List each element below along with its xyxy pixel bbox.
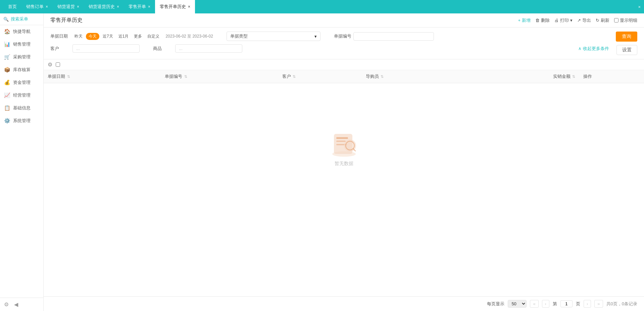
close-retail-open-history-tab[interactable]: ×: [188, 4, 190, 9]
sidebar-item-basic-info[interactable]: 📋 基础信息: [0, 102, 43, 114]
sort-num-icon: ⇅: [184, 74, 187, 79]
content-area: 零售开单历史 + 新增 🗑 删除 🖨 打印 ▾ ↗ 导出: [44, 13, 644, 311]
sidebar-item-sales[interactable]: 📊 销售管理: [0, 38, 43, 51]
date-btn-7days[interactable]: 近7天: [101, 33, 115, 40]
page-input[interactable]: [560, 300, 573, 307]
chevron-down-icon: ▾: [314, 34, 317, 39]
table-body: 暂无数据: [44, 83, 644, 211]
date-btn-1month[interactable]: 近1月: [116, 33, 131, 40]
refresh-icon: ↻: [596, 18, 599, 23]
display-detail-label[interactable]: 显示明细: [614, 17, 637, 23]
first-page-btn[interactable]: «: [530, 300, 538, 308]
table-footer: 每页显示 50 100 « ‹ 第 页 › » 共0页，0条记录: [44, 296, 644, 311]
page-label: 第: [553, 301, 557, 307]
main-layout: 🔍 搜索采单 🏠 快捷导航 📊 销售管理 🛒 采购管理 📦 库存核算 💰 资金管…: [0, 13, 644, 311]
collapse-sidebar-icon[interactable]: ◀: [14, 301, 18, 308]
close-window-btn[interactable]: ×: [638, 4, 641, 9]
tab-sales-order[interactable]: 销售订单 ×: [21, 0, 53, 13]
col-amount[interactable]: 实销金额 ⇅: [462, 70, 579, 83]
per-page-label: 每页显示: [487, 301, 504, 307]
tab-home[interactable]: 首页: [3, 0, 21, 13]
finance-icon: 💰: [4, 80, 10, 86]
top-bar: 首页 销售订单 × 销货退货 × 销货退货历史 × 零售开单 × 零售开单历史 …: [0, 0, 644, 13]
empty-text: 暂无数据: [335, 161, 353, 167]
date-range-display: 2023-06-02 至 2023-06-02: [165, 34, 213, 39]
sidebar-item-purchase[interactable]: 🛒 采购管理: [0, 51, 43, 63]
tab-retail-open-history[interactable]: 零售开单历史 ×: [155, 0, 195, 13]
close-sales-return-tab[interactable]: ×: [77, 4, 79, 9]
sort-salesperson-icon: ⇅: [381, 74, 384, 79]
svg-rect-3: [336, 141, 346, 142]
sidebar-search[interactable]: 🔍 搜索采单: [0, 13, 43, 25]
print-icon: 🖨: [554, 18, 559, 23]
sidebar-item-finance[interactable]: 💰 资金管理: [0, 76, 43, 89]
collapse-btn[interactable]: ∧ 收起更多条件: [578, 46, 609, 52]
delete-button[interactable]: 🗑 删除: [535, 17, 550, 23]
data-table: 单据日期 ⇅ 单据编号 ⇅ 客户 ⇅ 导购员 ⇅: [44, 70, 644, 211]
col-salesperson[interactable]: 导购员 ⇅: [362, 70, 462, 83]
sort-date-icon: ⇅: [67, 74, 70, 79]
date-btn-today[interactable]: 今天: [86, 33, 99, 40]
sidebar-item-system[interactable]: ⚙️ 系统管理: [0, 114, 43, 127]
close-sales-order-tab[interactable]: ×: [46, 4, 48, 9]
settings-button[interactable]: 设置: [616, 45, 637, 55]
tab-sales-return[interactable]: 销货退货 ×: [53, 0, 84, 13]
sort-amount-icon: ⇅: [572, 74, 575, 79]
goods-filter-label: 商品: [153, 46, 173, 52]
date-btn-more[interactable]: 更多: [132, 33, 144, 40]
date-btn-yesterday[interactable]: 昨天: [72, 33, 85, 40]
plus-icon: +: [518, 18, 521, 23]
display-detail-checkbox[interactable]: [614, 18, 618, 22]
refresh-button[interactable]: ↻ 刷新: [596, 17, 609, 23]
top-bar-right: ×: [638, 4, 641, 9]
col-customer[interactable]: 客户 ⇅: [278, 70, 362, 83]
sales-icon: 📊: [4, 41, 10, 47]
doc-num-label: 单据编号: [334, 33, 351, 39]
col-date[interactable]: 单据日期 ⇅: [44, 70, 161, 83]
table-settings-icon[interactable]: ⚙: [48, 61, 52, 68]
per-page-select[interactable]: 50 100: [508, 300, 527, 308]
sidebar-item-inventory[interactable]: 📦 库存核算: [0, 63, 43, 76]
delete-icon: 🗑: [535, 18, 540, 23]
col-num[interactable]: 单据编号 ⇅: [161, 70, 278, 83]
tab-retail-open[interactable]: 零售开单 ×: [124, 0, 155, 13]
close-sales-return-history-tab[interactable]: ×: [117, 4, 119, 9]
table-header-row: 单据日期 ⇅ 单据编号 ⇅ 客户 ⇅ 导购员 ⇅: [44, 70, 644, 83]
customer-input[interactable]: ...: [72, 44, 140, 53]
doc-type-select[interactable]: 单据类型 ▾: [227, 32, 320, 41]
goods-input[interactable]: ...: [175, 44, 242, 53]
filter-row-customer: 客户 ... 商品 ... ∧ 收起更多条件: [50, 44, 609, 53]
select-all-checkbox[interactable]: [56, 62, 60, 67]
close-retail-open-tab[interactable]: ×: [148, 4, 150, 9]
settings-gear-icon[interactable]: ⚙: [4, 301, 9, 308]
action-btns: 查询 设置: [616, 32, 637, 55]
table-area: ⚙ 单据日期 ⇅ 单据编号 ⇅ 客户: [44, 59, 644, 296]
page-title: 零售开单历史: [50, 17, 83, 24]
filter-area: 单据日期 昨天 今天 近7天 近1月 更多 自定义 2023-06-02 至 2…: [44, 28, 644, 59]
sort-customer-icon: ⇅: [293, 74, 296, 79]
sidebar-bottom: ⚙ ◀: [0, 298, 43, 311]
prev-page-btn[interactable]: ‹: [542, 300, 549, 308]
basic-info-icon: 📋: [4, 105, 10, 111]
print-button[interactable]: 🖨 打印 ▾: [554, 17, 573, 23]
sidebar-item-operations[interactable]: 📈 经营管理: [0, 89, 43, 102]
inventory-icon: 📦: [4, 67, 10, 73]
purchase-icon: 🛒: [4, 54, 10, 60]
query-button[interactable]: 查询: [616, 32, 637, 42]
next-page-btn[interactable]: ›: [584, 300, 591, 308]
empty-row: 暂无数据: [44, 83, 644, 211]
empty-illustration: [327, 127, 361, 161]
operations-icon: 📈: [4, 92, 10, 98]
total-info: 共0页，0条记录: [606, 301, 637, 307]
sidebar-item-quick-nav[interactable]: 🏠 快捷导航: [0, 25, 43, 38]
last-page-btn[interactable]: »: [594, 300, 603, 308]
doc-num-input[interactable]: [353, 32, 434, 41]
export-button[interactable]: ↗ 导出: [577, 17, 591, 23]
date-btn-custom[interactable]: 自定义: [145, 33, 161, 40]
page-unit: 页: [576, 301, 580, 307]
col-actions: 操作: [579, 70, 644, 83]
add-button[interactable]: + 新增: [518, 17, 531, 23]
table-toolbar: ⚙: [44, 59, 644, 70]
tab-sales-return-history[interactable]: 销货退货历史 ×: [84, 0, 124, 13]
customer-filter-label: 客户: [50, 46, 70, 52]
